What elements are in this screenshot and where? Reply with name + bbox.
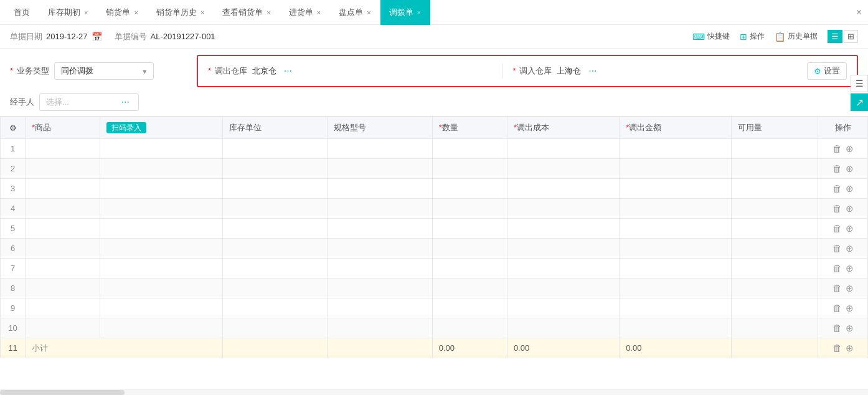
- delete-row-icon[interactable]: 🗑: [833, 203, 842, 214]
- cell-spec[interactable]: [328, 199, 433, 219]
- cell-spec[interactable]: [328, 219, 433, 239]
- copy-row-icon[interactable]: ⊕: [846, 183, 854, 194]
- cell-unit[interactable]: [222, 159, 328, 179]
- cell-amount[interactable]: [620, 159, 732, 179]
- copy-row-icon[interactable]: ⊕: [846, 143, 854, 155]
- table-container[interactable]: ⚙ *商品 扫码录入 库存单位 规格型号 *数量 *调出成本: [0, 116, 868, 389]
- cell-spec[interactable]: [328, 259, 433, 278]
- copy-row-icon[interactable]: ⊕: [846, 343, 854, 354]
- window-close-button[interactable]: ×: [856, 7, 862, 18]
- close-tab-5[interactable]: ×: [317, 0, 321, 25]
- tab-inventory-init[interactable]: 库存期初 ×: [39, 0, 97, 25]
- operate-button[interactable]: ⊞ 操作: [740, 31, 765, 42]
- cell-amount[interactable]: [620, 239, 732, 259]
- cell-unit[interactable]: [222, 139, 328, 159]
- cell-cost[interactable]: [507, 278, 619, 298]
- cell-spec[interactable]: [328, 298, 433, 318]
- cell-spec[interactable]: [328, 139, 433, 159]
- cell-cost[interactable]: [507, 259, 619, 278]
- tab-home[interactable]: 首页: [5, 0, 39, 25]
- close-tab-2[interactable]: ×: [134, 0, 138, 25]
- scroll-thumb[interactable]: [0, 390, 125, 395]
- cell-unit[interactable]: [222, 179, 328, 199]
- cell-amount[interactable]: [620, 139, 732, 159]
- cell-cost[interactable]: [507, 219, 619, 239]
- cell-product[interactable]: [26, 239, 100, 259]
- delete-row-icon[interactable]: 🗑: [833, 143, 842, 154]
- horizontal-scrollbar[interactable]: [0, 389, 868, 395]
- warehouse-in-more-button[interactable]: ···: [586, 65, 599, 77]
- cell-product[interactable]: [26, 318, 100, 338]
- cell-qty[interactable]: [432, 239, 507, 259]
- expand-sidebar-button[interactable]: ↗: [851, 93, 868, 111]
- delete-row-icon[interactable]: 🗑: [833, 223, 842, 234]
- copy-row-icon[interactable]: ⊕: [846, 323, 854, 334]
- view-grid-button[interactable]: ⊞: [844, 30, 858, 43]
- copy-row-icon[interactable]: ⊕: [846, 303, 854, 314]
- tab-purchase[interactable]: 进货单 ×: [280, 0, 330, 25]
- cell-unit[interactable]: [222, 278, 328, 298]
- delete-row-icon[interactable]: 🗑: [833, 283, 842, 293]
- tab-sales-order[interactable]: 销货单 ×: [97, 0, 147, 25]
- settings-button[interactable]: ⚙ 设置: [807, 62, 847, 80]
- handler-select[interactable]: 选择... ···: [39, 93, 139, 111]
- cell-product[interactable]: [26, 199, 100, 219]
- tab-inventory-count[interactable]: 盘点单 ×: [330, 0, 380, 25]
- cell-amount[interactable]: [620, 278, 732, 298]
- cell-amount[interactable]: [620, 179, 732, 199]
- delete-row-icon[interactable]: 🗑: [833, 343, 842, 353]
- calendar-icon[interactable]: 📅: [92, 32, 102, 42]
- cell-amount[interactable]: [620, 199, 732, 219]
- cell-cost[interactable]: [507, 179, 619, 199]
- delete-row-icon[interactable]: 🗑: [833, 243, 842, 254]
- close-tab-7[interactable]: ×: [417, 0, 421, 25]
- cell-spec[interactable]: [328, 318, 433, 338]
- cell-cost[interactable]: [507, 318, 619, 338]
- close-tab-4[interactable]: ×: [267, 0, 270, 25]
- business-type-select[interactable]: 同价调拨 ▾: [54, 62, 154, 80]
- cell-qty[interactable]: [432, 199, 507, 219]
- cell-amount[interactable]: [620, 259, 732, 278]
- cell-qty[interactable]: [432, 159, 507, 179]
- cell-qty[interactable]: [432, 259, 507, 278]
- copy-row-icon[interactable]: ⊕: [846, 163, 854, 174]
- close-tab-6[interactable]: ×: [367, 0, 370, 25]
- cell-spec[interactable]: [328, 278, 433, 298]
- tab-sales-history[interactable]: 销货单历史 ×: [148, 0, 214, 25]
- copy-row-icon[interactable]: ⊕: [846, 223, 854, 234]
- cell-product[interactable]: [26, 278, 100, 298]
- cell-amount[interactable]: [620, 298, 732, 318]
- cell-product[interactable]: [26, 139, 100, 159]
- view-list-button[interactable]: ☰: [828, 30, 842, 43]
- delete-row-icon[interactable]: 🗑: [833, 263, 842, 274]
- cell-cost[interactable]: [507, 239, 619, 259]
- col-settings[interactable]: ⚙: [1, 117, 26, 139]
- list-view-sidebar-button[interactable]: ☰: [851, 75, 868, 92]
- cell-cost[interactable]: [507, 159, 619, 179]
- close-tab-1[interactable]: ×: [84, 0, 88, 25]
- cell-qty[interactable]: [432, 298, 507, 318]
- copy-row-icon[interactable]: ⊕: [846, 283, 854, 294]
- shortcut-button[interactable]: ⌨ 快捷键: [692, 31, 730, 42]
- cell-product[interactable]: [26, 179, 100, 199]
- cell-qty[interactable]: [432, 318, 507, 338]
- delete-row-icon[interactable]: 🗑: [833, 163, 842, 174]
- scan-button[interactable]: 扫码录入: [106, 122, 146, 133]
- copy-row-icon[interactable]: ⊕: [846, 263, 854, 274]
- copy-row-icon[interactable]: ⊕: [846, 203, 854, 214]
- cell-unit[interactable]: [222, 199, 328, 219]
- cell-product[interactable]: [26, 259, 100, 278]
- cell-unit[interactable]: [222, 239, 328, 259]
- delete-row-icon[interactable]: 🗑: [833, 303, 842, 313]
- delete-row-icon[interactable]: 🗑: [833, 183, 842, 194]
- history-button[interactable]: 📋 历史单据: [775, 31, 818, 42]
- cell-spec[interactable]: [328, 179, 433, 199]
- cell-product[interactable]: [26, 159, 100, 179]
- cell-amount[interactable]: [620, 219, 732, 239]
- tab-transfer[interactable]: 调拨单 ×: [380, 0, 430, 25]
- cell-spec[interactable]: [328, 239, 433, 259]
- cell-product[interactable]: [26, 298, 100, 318]
- cell-qty[interactable]: [432, 139, 507, 159]
- cell-qty[interactable]: [432, 219, 507, 239]
- close-tab-3[interactable]: ×: [200, 0, 204, 25]
